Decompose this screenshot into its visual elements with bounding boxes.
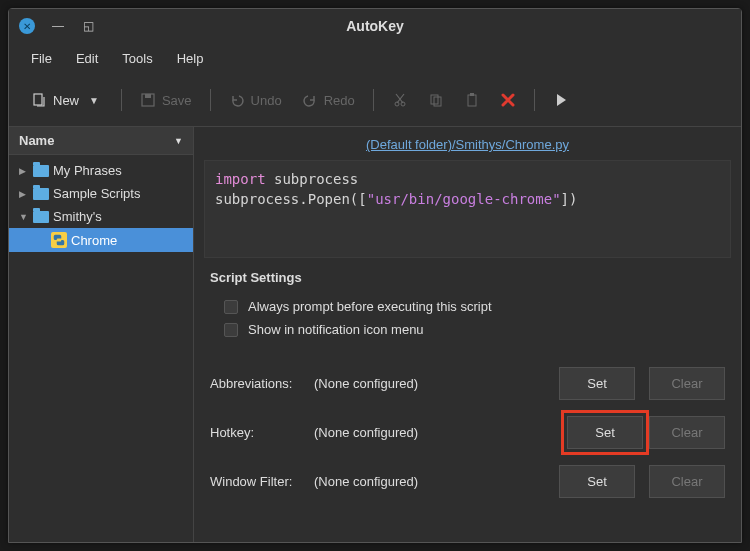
folder-tree: ▶ My Phrases ▶ Sample Scripts ▼ Smithy's: [9, 155, 193, 542]
python-file-icon: [51, 232, 67, 248]
folder-icon: [33, 188, 49, 200]
redo-button: Redo: [292, 86, 365, 114]
tree-label: My Phrases: [53, 163, 122, 178]
delete-icon: [500, 92, 516, 108]
hotkey-row: Hotkey: (None configured) Set Clear: [200, 408, 725, 457]
show-in-tray-label: Show in notification icon menu: [248, 322, 424, 337]
tree-item-sample-scripts[interactable]: ▶ Sample Scripts: [9, 182, 193, 205]
svg-rect-0: [34, 94, 42, 105]
code-string: "usr/bin/google-chrome": [367, 191, 561, 207]
always-prompt-row[interactable]: Always prompt before executing this scri…: [210, 295, 725, 318]
window-filter-clear-button: Clear: [649, 465, 725, 498]
tree-item-smithys[interactable]: ▼ Smithy's: [9, 205, 193, 228]
abbreviation-clear-button: Clear: [649, 367, 725, 400]
window-filter-set-button[interactable]: Set: [559, 465, 635, 498]
window-close-button[interactable]: ✕: [19, 18, 35, 34]
menubar: File Edit Tools Help: [9, 43, 741, 80]
menu-tools[interactable]: Tools: [112, 49, 162, 68]
expand-icon: ▶: [19, 189, 29, 199]
code-text: subprocess: [274, 171, 358, 187]
menu-edit[interactable]: Edit: [66, 49, 108, 68]
undo-icon: [229, 92, 245, 108]
tree-label: Chrome: [71, 233, 117, 248]
script-settings: Script Settings Always prompt before exe…: [194, 258, 741, 341]
save-label: Save: [162, 93, 192, 108]
toolbar: New ▼ Save Undo Redo: [9, 80, 741, 126]
redo-label: Redo: [324, 93, 355, 108]
tree-item-my-phrases[interactable]: ▶ My Phrases: [9, 159, 193, 182]
window-filter-value: (None configured): [314, 474, 553, 489]
window-minimize-button[interactable]: —: [51, 19, 65, 33]
run-button[interactable]: [543, 86, 579, 114]
cut-icon: [392, 92, 408, 108]
menu-file[interactable]: File: [21, 49, 62, 68]
script-editor[interactable]: import subprocesssubprocess.Popen(["usr/…: [204, 160, 731, 258]
paste-icon: [464, 92, 480, 108]
new-label: New: [53, 93, 79, 108]
svg-rect-2: [145, 94, 151, 98]
window-maximize-button[interactable]: ◱: [81, 19, 95, 33]
tree-item-chrome[interactable]: Chrome: [9, 228, 193, 252]
code-text: ]): [561, 191, 578, 207]
always-prompt-label: Always prompt before executing this scri…: [248, 299, 492, 314]
redo-icon: [302, 92, 318, 108]
breadcrumb-link[interactable]: (Default folder)/Smithys/Chrome.py: [366, 137, 569, 152]
svg-rect-8: [470, 93, 474, 96]
settings-title: Script Settings: [210, 270, 725, 285]
window-filter-label: Window Filter:: [200, 474, 308, 489]
abbreviation-set-button[interactable]: Set: [559, 367, 635, 400]
menu-help[interactable]: Help: [167, 49, 214, 68]
play-icon: [553, 92, 569, 108]
sidebar: Name ▼ ▶ My Phrases ▶ Sample Scripts ▼ S: [9, 127, 194, 542]
app-window: ✕ — ◱ AutoKey File Edit Tools Help New ▼…: [8, 8, 742, 543]
save-button: Save: [130, 86, 202, 114]
always-prompt-checkbox[interactable]: [224, 300, 238, 314]
copy-button: [418, 86, 454, 114]
breadcrumb: (Default folder)/Smithys/Chrome.py: [194, 127, 741, 160]
save-icon: [140, 92, 156, 108]
chevron-down-icon: ▼: [174, 136, 183, 146]
tree-header[interactable]: Name ▼: [9, 127, 193, 155]
delete-button[interactable]: [490, 86, 526, 114]
tree-header-label: Name: [19, 133, 54, 148]
copy-icon: [428, 92, 444, 108]
hotkey-set-button[interactable]: Set: [567, 416, 643, 449]
hotkey-value: (None configured): [314, 425, 561, 440]
abbreviation-value: (None configured): [314, 376, 553, 391]
svg-rect-7: [468, 95, 476, 106]
hotkey-label: Hotkey:: [200, 425, 308, 440]
undo-button: Undo: [219, 86, 292, 114]
tree-label: Sample Scripts: [53, 186, 140, 201]
main-panel: (Default folder)/Smithys/Chrome.py impor…: [194, 127, 741, 542]
code-text: subprocess.Popen([: [215, 191, 367, 207]
show-in-tray-row[interactable]: Show in notification icon menu: [210, 318, 725, 341]
trigger-settings: Abbreviations: (None configured) Set Cle…: [194, 341, 741, 506]
collapse-icon: ▼: [19, 212, 29, 222]
window-title: AutoKey: [9, 18, 741, 34]
expand-icon: ▶: [19, 166, 29, 176]
chevron-down-icon: ▼: [85, 95, 103, 106]
titlebar: ✕ — ◱ AutoKey: [9, 9, 741, 43]
paste-button: [454, 86, 490, 114]
folder-icon: [33, 211, 49, 223]
new-file-icon: [31, 92, 47, 108]
show-in-tray-checkbox[interactable]: [224, 323, 238, 337]
code-keyword: import: [215, 171, 266, 187]
cut-button: [382, 86, 418, 114]
abbreviation-row: Abbreviations: (None configured) Set Cle…: [200, 359, 725, 408]
tree-label: Smithy's: [53, 209, 102, 224]
abbreviation-label: Abbreviations:: [200, 376, 308, 391]
folder-icon: [33, 165, 49, 177]
hotkey-clear-button: Clear: [649, 416, 725, 449]
undo-label: Undo: [251, 93, 282, 108]
new-button[interactable]: New ▼: [21, 86, 113, 114]
window-filter-row: Window Filter: (None configured) Set Cle…: [200, 457, 725, 506]
